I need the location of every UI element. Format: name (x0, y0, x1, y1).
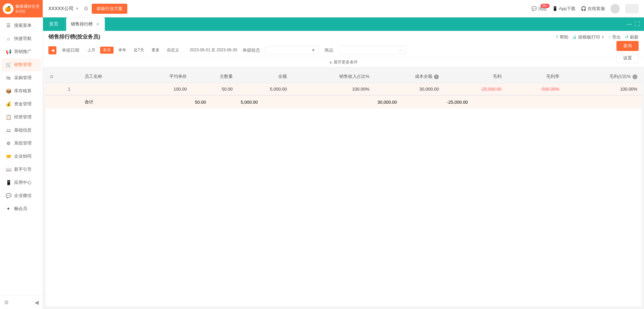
expand-label: 展开更多条件 (334, 59, 358, 65)
sidebar-item-member[interactable]: ✦ 畅会员 (1, 202, 41, 215)
row-quantity: 50.00 (191, 83, 237, 96)
col-settings[interactable]: ⚙ (46, 70, 58, 83)
footer-gross: -25,000.00 (443, 95, 505, 108)
collapse-icon[interactable]: ◀ (35, 299, 39, 306)
col-rank (58, 70, 81, 83)
sidebar-item-label: 搜索菜单 (14, 22, 32, 29)
page-title: 销售排行榜(按业务员) (48, 34, 100, 41)
sidebar-item-appstore[interactable]: 📱 应用中心 (1, 176, 41, 189)
sidebar-item-operations[interactable]: 📋 经营管理 (1, 111, 41, 123)
topbar-settings-icon[interactable]: ⚙ (84, 5, 88, 12)
status-select[interactable]: ▼ (265, 46, 319, 54)
sidebar-item-basics[interactable]: 🗂 基础信息 (1, 124, 41, 137)
goods-selector[interactable]: ··· (339, 46, 406, 54)
wechat-icon: 💬 (5, 193, 11, 198)
footer-gross-pct (563, 95, 641, 108)
table-header-row: ⚙ 员工名称 平均单价 主数量 全额 销售收入占比% 成本全额 i 毛利 毛利率… (46, 70, 641, 83)
row-avg-price: 100.00 (136, 83, 191, 96)
col-avg-price: 平均单价 (136, 70, 191, 83)
status-chevron-icon: ▼ (311, 48, 315, 53)
row-amount: 5,000.00 (237, 83, 291, 96)
sidebar-item-system[interactable]: ⚙ 系统管理 (1, 137, 41, 150)
trial-button[interactable]: 体验行业方案 (92, 4, 127, 14)
expand-bar[interactable]: ∨ 展开更多条件 (43, 57, 644, 67)
date-opt-more[interactable]: 更多 (149, 47, 162, 54)
top-bar: XXXXX公司 ▼ ⚙ 体验行业方案 💬 消息 99+ 📱 App下载 🎧 在线… (43, 0, 644, 17)
app-icon: 📱 (552, 6, 558, 11)
date-options: 上月 本月 本年 近7天 更多 自定义 (85, 47, 182, 54)
app-download-btn[interactable]: 📱 App下载 (552, 6, 575, 12)
cost-info-icon[interactable]: i (434, 74, 439, 79)
row-sales-pct: 100.00% (291, 83, 374, 96)
service-btn[interactable]: 🎧 在线客服 (581, 6, 605, 12)
logo-subtitle: 标准版 (15, 9, 40, 13)
tab-close-icon[interactable]: ✕ (95, 21, 100, 27)
table-row: 1 100.00 50.00 5,000.00 100.00% 30,000.0… (46, 83, 641, 96)
footer-empty1 (46, 95, 58, 108)
filter-toggle-btn[interactable]: ◀ (48, 46, 56, 54)
sidebar-item-label: 应用中心 (14, 179, 32, 186)
help-btn[interactable]: ? 帮助 (556, 34, 568, 40)
appstore-icon: 📱 (5, 180, 11, 185)
sidebar-item-collab[interactable]: 🤝 企业协同 (1, 150, 41, 163)
col-cost: 成本全额 i (374, 70, 443, 83)
sidebar-item-wechat[interactable]: 💬 企业微信 (1, 189, 41, 202)
sidebar-item-guide[interactable]: 📖 新手引导 (1, 163, 41, 176)
footer-quantity: 50.00 (191, 95, 237, 108)
sidebar-item-label: 企业协同 (14, 153, 32, 159)
settings-bottom-icon[interactable]: ⚙ (4, 299, 9, 306)
refresh-btn[interactable]: ↺ 刷新 (625, 34, 639, 40)
sidebar-item-quicknav[interactable]: ⌂ 快捷导航 (1, 32, 41, 45)
col-gross: 毛利 (443, 70, 505, 83)
page-content: 销售排行榜(按业务员) ? 帮助 🖨 按模板打印 ▼ ↑ 导出 (43, 31, 644, 309)
tab-bar: 首页 销售排行榜 ✕ — ⛶ (43, 17, 644, 31)
user-name[interactable] (625, 4, 639, 13)
row-cost: 30,000.00 (374, 83, 443, 96)
sidebar-item-inventory[interactable]: 📦 库存核算 (1, 85, 41, 97)
tab-sales-ranking[interactable]: 销售排行榜 ✕ (66, 17, 105, 31)
sidebar-item-marketing[interactable]: 📢 营销推广 (1, 45, 41, 58)
export-btn[interactable]: ↑ 导出 (609, 34, 621, 40)
print-chevron-icon: ▼ (601, 35, 605, 39)
date-opt-thisyear[interactable]: 本年 (116, 47, 129, 54)
date-opt-custom[interactable]: 自定义 (164, 47, 182, 54)
table-footer-row: 合计 50.00 5,000.00 30,000.00 -25,000.00 (46, 95, 641, 108)
tab-expand-icon[interactable]: ⛶ (635, 21, 640, 27)
footer-empty2 (58, 95, 81, 108)
tab-minimize-icon[interactable]: — (627, 21, 632, 27)
row-gross: -25,000.00 (443, 83, 505, 96)
message-btn[interactable]: 💬 消息 99+ (531, 6, 547, 12)
row-gross-pct: 100.00% (563, 83, 641, 96)
row-gross-rate: -500.00% (506, 83, 563, 96)
date-opt-thismonth[interactable]: 本月 (100, 47, 114, 54)
sidebar-item-label: 资金管理 (14, 101, 32, 107)
basics-icon: 🗂 (5, 127, 11, 133)
query-button[interactable]: 查询 (616, 41, 639, 51)
sidebar-item-search[interactable]: ☰ 搜索菜单 (1, 19, 41, 32)
top-bar-right: 💬 消息 99+ 📱 App下载 🎧 在线客服 (531, 4, 639, 13)
service-label: 在线客服 (588, 6, 605, 12)
row-settings (46, 83, 58, 96)
search-menu-icon: ☰ (5, 23, 11, 28)
guide-icon: 📖 (5, 167, 11, 172)
user-avatar[interactable] (610, 4, 620, 13)
operations-icon: 📋 (5, 114, 11, 120)
settings-button[interactable]: 设置 (616, 53, 639, 63)
sidebar-item-sales[interactable]: 🛒 销售管理 (1, 58, 41, 71)
sidebar-item-purchase[interactable]: 🛍 采购管理 (1, 71, 41, 84)
date-opt-7days[interactable]: 近7天 (131, 47, 147, 54)
sales-icon: 🛒 (5, 62, 11, 67)
export-label: 导出 (612, 34, 621, 40)
date-opt-lastmonth[interactable]: 上月 (85, 47, 98, 54)
sidebar-item-finance[interactable]: 💰 资金管理 (1, 98, 41, 110)
row-name (81, 83, 136, 96)
print-btn[interactable]: 🖨 按模板打印 ▼ (572, 34, 605, 40)
company-name: XXXXX公司 (48, 6, 74, 12)
sidebar-item-label: 营销推广 (14, 49, 32, 55)
date-label: 单据日期 (62, 47, 79, 53)
goods-more-icon[interactable]: ··· (398, 48, 402, 53)
help-label: 帮助 (560, 34, 568, 40)
gross-pct-info-icon[interactable]: i (633, 74, 637, 79)
company-selector[interactable]: XXXXX公司 ▼ (48, 6, 79, 12)
tab-home[interactable]: 首页 (43, 17, 65, 31)
